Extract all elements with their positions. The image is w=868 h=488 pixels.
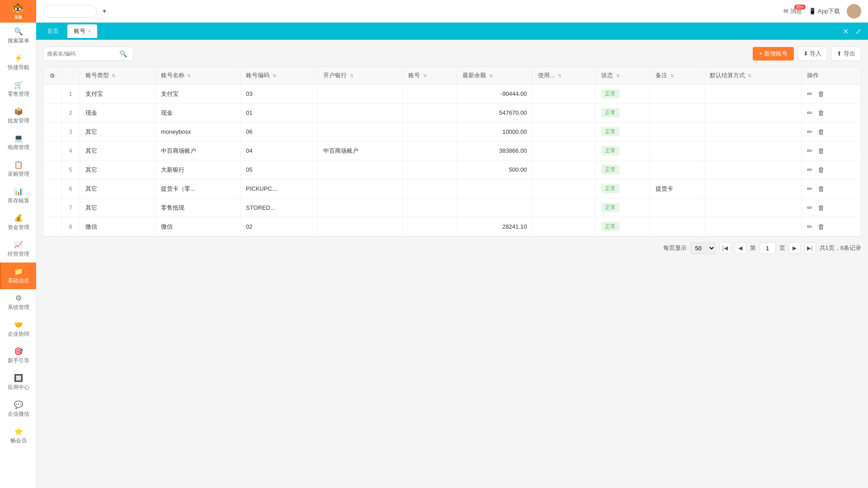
search-menu-icon: 🔍 [4, 27, 34, 36]
cell-name: 提货卡（零... [155, 179, 240, 198]
app-download-button[interactable]: 📱 App下载 [809, 7, 840, 15]
vip-member-icon: ⭐ [4, 427, 34, 436]
sidebar-item-new-guide[interactable]: 🎯 新手引导 [0, 343, 36, 369]
tab-maximize-icon[interactable]: ⤢ [853, 26, 863, 37]
tab-close-icon[interactable]: × [88, 28, 91, 34]
cell-default-settle [704, 217, 801, 236]
delete-button[interactable]: 🗑 [818, 109, 825, 117]
cell-gear [43, 160, 61, 179]
col-bank[interactable]: 开户银行 ⇅ [318, 67, 403, 84]
delete-button[interactable]: 🗑 [818, 147, 825, 155]
table-row: 4 其它 中百商场账户 04 中百商场账户 383866.00 正常 ✏ 🗑 [43, 141, 861, 160]
delete-button[interactable]: 🗑 [818, 128, 825, 136]
col-usage[interactable]: 使用... ⇅ [533, 67, 596, 84]
tab-home[interactable]: 首页 [41, 24, 65, 38]
cell-remark [650, 198, 704, 217]
cell-code: 02 [241, 217, 318, 236]
data-table: ⚙ 账号类型 ⇅ 账号名称 ⇅ 账号编码 ⇅ 开户银行 ⇅ 账号 ⇅ 最新余额 … [43, 66, 861, 237]
app-center-icon: 🔲 [4, 374, 34, 382]
col-settings[interactable]: ⚙ [43, 67, 61, 84]
first-page-button[interactable]: |◀ [719, 242, 731, 254]
sidebar-item-corp-wechat[interactable]: 💬 企业微信 [0, 396, 36, 422]
edit-button[interactable]: ✏ [807, 185, 813, 192]
cell-remark [650, 103, 704, 122]
tab-account[interactable]: 账号 × [67, 24, 97, 38]
cell-num: 5 [61, 160, 80, 179]
pagination: 每页显示 50 100 200 |◀ ◀ 第 页 ▶ ▶| 共1页，8条记录 [43, 242, 861, 254]
cell-default-settle [704, 141, 801, 160]
col-code[interactable]: 账号编码 ⇅ [241, 67, 318, 84]
sidebar-item-vip-member[interactable]: ⭐ 畅会员 [0, 422, 36, 449]
col-account[interactable]: 账号 ⇅ [403, 67, 457, 84]
col-remark[interactable]: 备注 ⇅ [650, 67, 704, 84]
cell-type: 微信 [80, 217, 155, 236]
cell-type: 其它 [80, 179, 155, 198]
delete-button[interactable]: 🗑 [818, 185, 825, 192]
sidebar-item-app-center[interactable]: 🔲 应用中心 [0, 369, 36, 396]
delete-button[interactable]: 🗑 [818, 166, 825, 174]
add-account-button[interactable]: + 新增账号 [753, 47, 794, 61]
corp-wechat-icon: 💬 [4, 400, 34, 409]
cell-bank [318, 122, 403, 141]
page-input[interactable] [760, 242, 776, 254]
prev-page-button[interactable]: ◀ [735, 242, 746, 254]
toolbar: 🔍 + 新增账号 ⬇ 导入 ⬆ 导出 [43, 47, 861, 61]
col-status[interactable]: 状态 ⇅ [596, 67, 650, 84]
edit-button[interactable]: ✏ [807, 90, 813, 98]
cell-code: 04 [241, 141, 318, 160]
delete-button[interactable]: 🗑 [818, 90, 825, 98]
cell-status: 正常 [596, 198, 650, 217]
col-type[interactable]: 账号类型 ⇅ [80, 67, 155, 84]
edit-button[interactable]: ✏ [807, 109, 813, 117]
col-name[interactable]: 账号名称 ⇅ [155, 67, 240, 84]
basic-info-icon: 📁 [4, 267, 34, 276]
cell-status: 正常 [596, 122, 650, 141]
cell-gear [43, 179, 61, 198]
edit-button[interactable]: ✏ [807, 128, 813, 136]
status-badge: 正常 [601, 108, 619, 117]
delete-button[interactable]: 🗑 [818, 204, 825, 211]
col-default-settle[interactable]: 默认结算方式 ⇅ [704, 67, 801, 84]
tab-close-window-icon[interactable]: ✕ [840, 26, 851, 37]
cell-remark [650, 122, 704, 141]
edit-button[interactable]: ✏ [807, 166, 813, 174]
dropdown-chevron-icon[interactable]: ▼ [102, 8, 107, 14]
sidebar-item-finance-mgmt[interactable]: 💰 资金管理 [0, 209, 36, 236]
export-button[interactable]: ⬆ 导出 [831, 47, 861, 61]
sidebar-item-retail-mgmt[interactable]: 🛒 零售管理 [0, 76, 36, 103]
edit-button[interactable]: ✏ [807, 204, 813, 211]
tab-account-label: 账号 [74, 27, 85, 35]
sidebar-item-inventory[interactable]: 📊 库存核算 [0, 183, 36, 209]
next-page-button[interactable]: ▶ [789, 242, 801, 254]
col-action: 操作 [801, 67, 861, 84]
cell-action: ✏ 🗑 [801, 122, 861, 141]
delete-button[interactable]: 🗑 [818, 223, 825, 230]
purchase-mgmt-icon: 📋 [4, 160, 34, 169]
cell-usage [533, 217, 596, 236]
cell-remark [650, 84, 704, 103]
avatar[interactable] [847, 4, 861, 19]
edit-button[interactable]: ✏ [807, 223, 813, 230]
last-page-button[interactable]: ▶| [804, 242, 816, 254]
top-search-input[interactable] [43, 5, 97, 18]
sidebar-item-wholesale-mgmt[interactable]: 📦 批发管理 [0, 103, 36, 129]
cell-gear [43, 198, 61, 217]
sidebar-item-corp-agreement[interactable]: 🤝 企业协同 [0, 316, 36, 343]
cell-remark [650, 141, 704, 160]
import-button[interactable]: ⬇ 导入 [797, 47, 828, 61]
sidebar-item-system-mgmt[interactable]: ⚙ 系统管理 [0, 289, 36, 316]
message-button[interactable]: ✉ 消息 99+ [783, 7, 802, 15]
cell-status: 正常 [596, 84, 650, 103]
cell-balance: -90444.00 [457, 84, 533, 103]
cell-type: 其它 [80, 198, 155, 217]
sidebar-item-basic-info[interactable]: 📁 基础信息 [0, 263, 36, 289]
edit-button[interactable]: ✏ [807, 147, 813, 155]
per-page-select[interactable]: 50 100 200 [690, 243, 716, 254]
search-input[interactable] [47, 51, 119, 57]
col-balance[interactable]: 最新余额 ⇅ [457, 67, 533, 84]
sidebar-item-ecommerce-mgmt[interactable]: 💻 电商管理 [0, 129, 36, 156]
sidebar-item-purchase-mgmt[interactable]: 📋 采购管理 [0, 156, 36, 183]
sidebar-item-search-menu[interactable]: 🔍 搜索菜单 [0, 23, 36, 49]
sidebar-item-operation-mgmt[interactable]: 📈 经营管理 [0, 236, 36, 263]
sidebar-item-quick-nav[interactable]: ⚡ 快捷导航 [0, 49, 36, 76]
